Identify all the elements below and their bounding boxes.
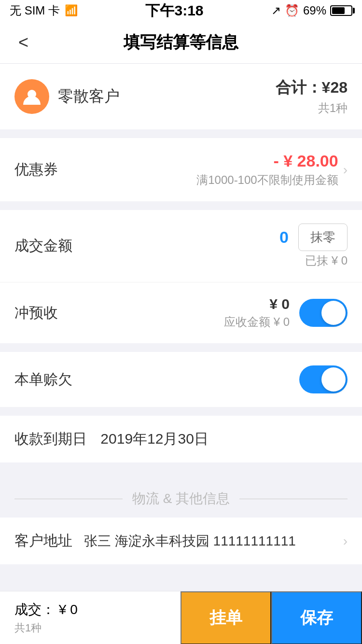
back-button[interactable]: < [14, 28, 33, 57]
customer-row: 零散客户 合计：¥28 共1种 [0, 64, 362, 129]
prepay-amount: ¥ 0 [224, 296, 290, 312]
coupon-section: 优惠券 - ¥ 28.00 满1000-100不限制使用金额 › [0, 138, 362, 201]
transaction-sub: 已抹 ¥ 0 [279, 253, 348, 268]
round-button[interactable]: 抹零 [298, 224, 348, 251]
logistics-line-left [14, 499, 123, 499]
wifi-icon: 📶 [65, 4, 78, 17]
main-content: 零散客户 合计：¥28 共1种 优惠券 - ¥ 28.00 满1000-100不… [0, 64, 362, 622]
transaction-row: 成交金额 0 抹零 已抹 ¥ 0 [0, 210, 362, 282]
status-left: 无 SIM 卡 📶 [10, 3, 78, 18]
transaction-label: 成交金额 [14, 236, 72, 256]
no-sim-text: 无 SIM 卡 [10, 3, 60, 18]
duedate-value: 2019年12月30日 [100, 431, 208, 447]
location-icon: ↗ [271, 4, 281, 17]
duedate-label: 收款到期日 [14, 431, 87, 447]
status-bar: 无 SIM 卡 📶 下午3:18 ↗ ⏰ 69% [0, 0, 362, 21]
save-button[interactable]: 保存 [271, 591, 362, 644]
bottom-deal-value: ¥ 0 [59, 602, 78, 617]
bottom-summary: 成交： ¥ 0 共1种 [0, 601, 181, 635]
prepay-right: ¥ 0 应收金额 ¥ 0 [224, 296, 348, 330]
logistics-label: 物流 & 其他信息 [132, 490, 230, 508]
logistics-line-right [239, 499, 348, 499]
coupon-right: - ¥ 28.00 满1000-100不限制使用金额 › [196, 152, 348, 188]
prepay-row: 冲预收 ¥ 0 应收金额 ¥ 0 [0, 282, 362, 343]
total-count: 共1种 [276, 100, 348, 116]
page-title: 填写结算等信息 [124, 31, 238, 54]
address-value: 张三 海淀永丰科技园 11111111111 [84, 532, 338, 550]
transaction-right: 0 抹零 已抹 ¥ 0 [279, 224, 348, 268]
address-label: 客户地址 [14, 531, 72, 551]
prepay-label: 冲预收 [14, 303, 58, 323]
battery-percent: 69% [303, 4, 326, 17]
battery-icon [330, 5, 352, 16]
debt-section: 本单赊欠 [0, 352, 362, 407]
avatar [14, 79, 49, 114]
debt-toggle[interactable] [299, 365, 348, 393]
address-section[interactable]: 客户地址 张三 海淀永丰科技园 11111111111 › [0, 518, 362, 564]
duedate-section: 收款到期日 2019年12月30日 [0, 416, 362, 462]
alarm-icon: ⏰ [285, 4, 299, 17]
prepay-toggle[interactable] [299, 299, 348, 327]
transaction-prepay-section: 成交金额 0 抹零 已抹 ¥ 0 冲预收 ¥ 0 应收金额 ¥ 0 [0, 210, 362, 343]
bottom-count: 共1种 [14, 621, 166, 635]
address-arrow-icon: › [343, 533, 348, 549]
prepay-desc: 应收金额 ¥ 0 [224, 314, 290, 330]
status-time: 下午3:18 [145, 1, 203, 21]
coupon-amount: - ¥ 28.00 [196, 152, 338, 170]
coupon-arrow-icon: › [343, 162, 348, 178]
transaction-amount: 0 [279, 228, 289, 247]
customer-name: 零散客户 [58, 86, 120, 107]
coupon-row[interactable]: 优惠券 - ¥ 28.00 满1000-100不限制使用金额 › [0, 138, 362, 201]
customer-right: 合计：¥28 共1种 [276, 77, 348, 116]
section-divider-1 [0, 471, 362, 480]
nav-bar: < 填写结算等信息 [0, 21, 362, 64]
bottom-deal-label: 成交： [14, 602, 55, 617]
coupon-desc: 满1000-100不限制使用金额 [196, 172, 338, 188]
customer-left: 零散客户 [14, 79, 120, 114]
debt-label: 本单赊欠 [14, 370, 72, 390]
total-amount: 合计：¥28 [276, 77, 348, 98]
hold-button[interactable]: 挂单 [181, 591, 271, 644]
status-right: ↗ ⏰ 69% [271, 4, 352, 17]
coupon-label: 优惠券 [14, 160, 58, 180]
bottom-bar: 成交： ¥ 0 共1种 挂单 保存 [0, 591, 362, 644]
logistics-section: 物流 & 其他信息 [0, 480, 362, 518]
